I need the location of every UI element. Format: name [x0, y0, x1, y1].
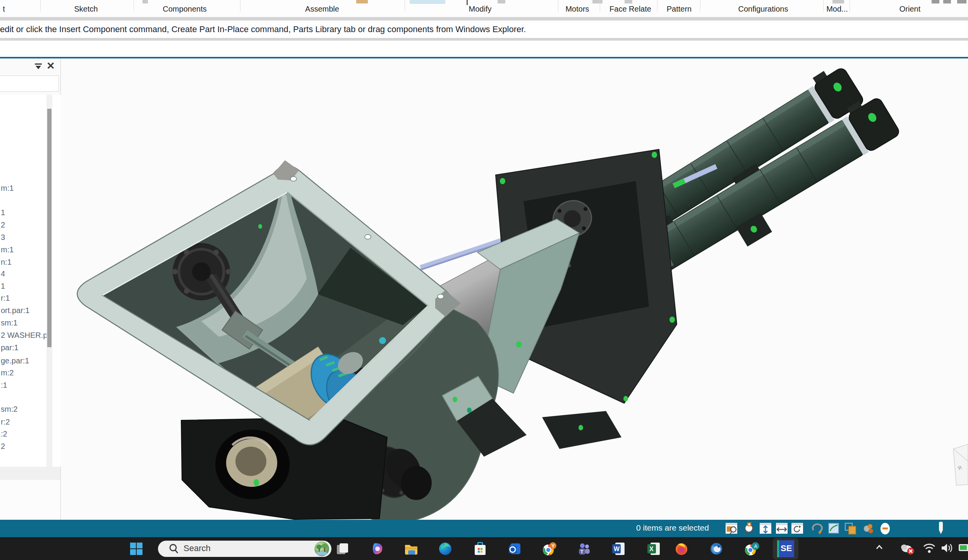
search-highlight-image[interactable]: [314, 541, 330, 557]
divider: [0, 38, 968, 41]
tree-scrollbar[interactable]: [46, 95, 52, 467]
prompt-bar: edit or click the Insert Component comma…: [0, 21, 968, 38]
ribbon-group-cutoff[interactable]: t: [0, 4, 39, 14]
edge-icon[interactable]: [438, 542, 452, 556]
svg-text:W: W: [614, 546, 620, 552]
svg-text:Y: Y: [551, 543, 555, 549]
list-item[interactable]: 2: [1, 219, 5, 230]
ribbon-group-components[interactable]: Components: [150, 4, 220, 14]
sketch-view-icon[interactable]: [827, 522, 841, 536]
microsoft-store-icon[interactable]: [473, 542, 487, 556]
autohide-panel-icon[interactable]: [34, 62, 43, 72]
list-item[interactable]: 2: [1, 441, 5, 452]
ribbon-group-pattern[interactable]: Pattern: [644, 4, 714, 14]
taskbar-search-icon: [168, 543, 180, 555]
gearbox-block[interactable]: [181, 417, 387, 519]
list-item[interactable]: m:2: [1, 367, 14, 378]
list-item[interactable]: 3: [1, 232, 5, 243]
view-cube[interactable]: R: [953, 444, 968, 485]
list-item[interactable]: :1: [1, 380, 7, 390]
ribbon-button-fragment[interactable]: [957, 0, 966, 3]
overlap-windows-icon[interactable]: [844, 522, 858, 536]
ribbon-button-fragment[interactable]: [498, 0, 505, 3]
refresh-view-icon[interactable]: [790, 522, 804, 536]
fit-view-icon[interactable]: [759, 522, 772, 536]
copilot-icon[interactable]: [371, 542, 384, 556]
list-item[interactable]: 1: [1, 281, 5, 291]
thunderbird-icon[interactable]: [709, 542, 723, 556]
word-icon[interactable]: W: [611, 542, 625, 556]
battery-icon[interactable]: [958, 542, 968, 556]
style-icon[interactable]: [862, 522, 875, 536]
rotate-icon[interactable]: [810, 522, 824, 536]
list-item[interactable]: 4: [1, 268, 5, 279]
ribbon-button-fragment[interactable]: [625, 0, 632, 3]
chrome-profile-a-icon[interactable]: A: [744, 542, 758, 556]
ribbon-separator: [405, 0, 405, 12]
tree-scrollbar-thumb[interactable]: [47, 109, 51, 347]
wifi-icon[interactable]: [922, 542, 936, 556]
ribbon-button-fragment[interactable]: [142, 0, 148, 3]
status-bar: 0 items are selected: [0, 520, 968, 537]
ribbon-separator: [600, 0, 600, 12]
solid-edge-taskbar-tile[interactable]: SE: [773, 538, 798, 560]
assembly-3d-view[interactable]: R: [61, 58, 968, 520]
ribbon-button-fragment[interactable]: [832, 0, 844, 3]
ribbon-group-sketch[interactable]: Sketch: [51, 4, 121, 14]
zoom-out-icon[interactable]: [878, 522, 892, 536]
list-item[interactable]: 2 WASHER.pa: [1, 330, 52, 341]
search-label: Search: [184, 543, 211, 553]
teams-icon[interactable]: T: [577, 542, 591, 556]
ribbon-button-fragment[interactable]: [356, 0, 368, 3]
start-button-icon[interactable]: [129, 542, 143, 556]
ribbon-button-fragment[interactable]: [592, 0, 602, 3]
list-item[interactable]: :2: [1, 428, 7, 439]
file-explorer-icon[interactable]: [404, 542, 418, 556]
list-item[interactable]: sm:2: [1, 404, 17, 414]
ribbon-button-selected-fragment[interactable]: [410, 0, 445, 4]
solid-edge-icon: SE: [777, 540, 794, 557]
list-item[interactable]: 1: [1, 207, 5, 218]
list-item[interactable]: m:1: [1, 183, 14, 194]
list-item[interactable]: r:2: [1, 416, 10, 427]
ribbon-separator: [657, 0, 657, 12]
ribbon-separator: [823, 0, 824, 12]
close-panel-icon[interactable]: ✕: [46, 60, 55, 72]
list-item[interactable]: r:1: [1, 293, 10, 303]
list-item[interactable]: sm:1: [1, 317, 17, 328]
pan-view-icon[interactable]: [775, 522, 789, 536]
excel-icon[interactable]: X: [647, 542, 661, 556]
ribbon-group-mod[interactable]: Mod...: [802, 4, 872, 14]
tray-chevron-icon[interactable]: [874, 542, 885, 555]
firefox-icon[interactable]: [675, 542, 688, 556]
ribbon-separator: [134, 0, 134, 12]
ribbon: t Sketch Components Assemble Modify Moto…: [0, 0, 968, 17]
cad-model: R: [61, 58, 968, 520]
zoom-slider-handle[interactable]: [937, 521, 951, 535]
list-item[interactable]: par:1: [1, 342, 19, 353]
ribbon-group-orient[interactable]: Orient: [875, 4, 945, 14]
chrome-profile-y-icon[interactable]: Y: [542, 542, 556, 556]
ribbon-separator: [40, 0, 41, 12]
list-item[interactable]: ge.par:1: [1, 355, 29, 366]
ribbon-group-modify[interactable]: Modify: [445, 4, 515, 14]
ribbon-separator: [240, 0, 240, 12]
outlook-icon[interactable]: [508, 542, 522, 556]
ribbon-group-assemble[interactable]: Assemble: [287, 4, 357, 14]
ribbon-button-fragment[interactable]: [943, 0, 951, 3]
search-box[interactable]: Search: [158, 541, 331, 557]
gimbal-frame[interactable]: [477, 149, 677, 403]
list-item[interactable]: ort.par:1: [1, 305, 29, 316]
zoom-in-icon[interactable]: [743, 522, 757, 536]
volume-icon[interactable]: [940, 542, 955, 556]
onedrive-error-icon[interactable]: [899, 542, 916, 557]
task-view-icon[interactable]: [336, 542, 350, 556]
list-item[interactable]: n:1: [1, 257, 12, 267]
list-item[interactable]: m:1: [1, 244, 14, 255]
ribbon-group-configurations[interactable]: Configurations: [728, 4, 798, 14]
ribbon-button-fragment[interactable]: [932, 0, 939, 3]
search-input[interactable]: [0, 75, 59, 92]
windows-taskbar: Search Y T W X: [0, 537, 968, 560]
panel-footer-strip: [0, 467, 60, 480]
inspect-icon[interactable]: [725, 522, 739, 536]
